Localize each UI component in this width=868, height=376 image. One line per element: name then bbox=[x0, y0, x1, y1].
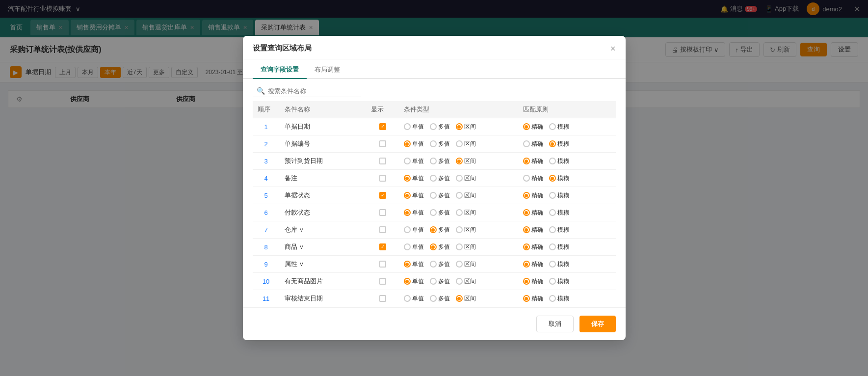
modal-tab-layout[interactable]: 布局调整 bbox=[307, 61, 348, 79]
modal-tab-bar: 查询字段设置 布局调整 bbox=[243, 61, 626, 79]
modal-overlay: 设置查询区域布局 × 查询字段设置 布局调整 🔍 顺序 条件名称 显示 bbox=[0, 0, 868, 116]
modal-table-container: 顺序 条件名称 显示 条件类型 匹配原则 1单据日期单值多值区间精确模糊2单据编… bbox=[243, 101, 626, 116]
col-header-type: 条件类型 bbox=[399, 101, 518, 116]
search-input[interactable] bbox=[268, 87, 356, 95]
modal-dialog: 设置查询区域布局 × 查询字段设置 布局调整 🔍 顺序 条件名称 显示 bbox=[243, 36, 626, 116]
search-icon: 🔍 bbox=[257, 87, 265, 95]
modal-header: 设置查询区域布局 × bbox=[243, 36, 626, 59]
col-header-match: 匹配原则 bbox=[518, 101, 616, 116]
modal-title: 设置查询区域布局 bbox=[253, 44, 312, 53]
table-head: 顺序 条件名称 显示 条件类型 匹配原则 bbox=[253, 101, 616, 116]
col-header-order: 顺序 bbox=[253, 101, 280, 116]
modal-search-area: 🔍 bbox=[243, 79, 626, 101]
conditions-table: 顺序 条件名称 显示 条件类型 匹配原则 1单据日期单值多值区间精确模糊2单据编… bbox=[253, 101, 616, 116]
modal-tab-query[interactable]: 查询字段设置 bbox=[253, 61, 307, 79]
col-header-show: 显示 bbox=[366, 101, 398, 116]
modal-close-button[interactable]: × bbox=[610, 44, 616, 53]
search-input-wrapper: 🔍 bbox=[253, 85, 361, 97]
col-header-name: 条件名称 bbox=[280, 101, 367, 116]
